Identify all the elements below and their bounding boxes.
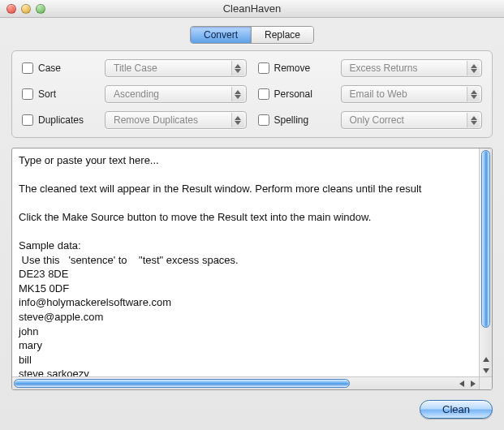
vertical-scrollbar[interactable]	[479, 148, 492, 376]
traffic-lights	[0, 4, 45, 14]
close-window-button[interactable]	[6, 4, 16, 14]
svg-marker-9	[235, 121, 241, 125]
tab-replace[interactable]: Replace	[252, 27, 313, 43]
personal-popup[interactable]: Email to Web	[341, 85, 483, 103]
window-body: Convert Replace Case Title Case Remove E…	[0, 18, 504, 430]
scroll-down-icon[interactable]	[480, 365, 492, 376]
popup-arrows-icon	[467, 113, 480, 127]
sort-popup[interactable]: Ascending	[105, 85, 247, 103]
remove-checkbox[interactable]	[258, 62, 269, 74]
titlebar: CleanHaven	[0, 0, 504, 18]
scroll-corner	[479, 376, 492, 389]
mode-segmented: Convert Replace	[190, 26, 314, 44]
svg-marker-13	[483, 368, 489, 373]
duplicates-check-wrap: Duplicates	[22, 114, 93, 126]
footer: Clean	[11, 390, 493, 419]
case-popup[interactable]: Title Case	[105, 59, 247, 77]
source-text-frame: Type or paste your text here... The clea…	[11, 148, 493, 390]
horizontal-scroll-thumb[interactable]	[14, 379, 350, 388]
personal-checkbox[interactable]	[258, 88, 269, 100]
duplicates-popup[interactable]: Remove Duplicates	[105, 111, 247, 129]
remove-label: Remove	[274, 62, 311, 74]
personal-label: Personal	[274, 88, 312, 100]
svg-marker-3	[471, 69, 477, 73]
svg-marker-11	[471, 121, 477, 125]
popup-arrows-icon	[231, 87, 244, 101]
case-checkbox[interactable]	[22, 62, 33, 74]
svg-marker-10	[471, 116, 477, 120]
minimize-window-button[interactable]	[21, 4, 31, 14]
sort-popup-value: Ascending	[114, 88, 159, 100]
case-popup-value: Title Case	[114, 62, 157, 74]
sort-label: Sort	[38, 88, 56, 100]
svg-marker-12	[483, 357, 489, 362]
case-check-wrap: Case	[22, 62, 93, 74]
spelling-label: Spelling	[274, 114, 309, 126]
scroll-right-icon[interactable]	[467, 377, 479, 389]
source-text-area[interactable]: Type or paste your text here... The clea…	[12, 148, 479, 376]
spelling-checkbox[interactable]	[258, 114, 269, 126]
tab-convert[interactable]: Convert	[191, 27, 252, 43]
svg-marker-15	[471, 381, 476, 387]
personal-check-wrap: Personal	[258, 88, 330, 100]
duplicates-checkbox[interactable]	[22, 114, 33, 126]
scroll-left-icon[interactable]	[456, 377, 467, 389]
duplicates-popup-value: Remove Duplicates	[114, 114, 198, 126]
horizontal-scrollbar[interactable]	[12, 376, 479, 389]
spelling-popup[interactable]: Only Correct	[341, 111, 483, 129]
duplicates-label: Duplicates	[38, 114, 84, 126]
svg-marker-7	[471, 95, 477, 99]
window-title: CleanHaven	[0, 2, 504, 15]
svg-marker-14	[459, 381, 464, 387]
clean-button[interactable]: Clean	[420, 400, 493, 419]
sort-checkbox[interactable]	[22, 88, 33, 100]
vertical-scroll-thumb[interactable]	[481, 150, 490, 328]
remove-check-wrap: Remove	[258, 62, 330, 74]
spelling-check-wrap: Spelling	[258, 114, 330, 126]
spelling-popup-value: Only Correct	[350, 114, 404, 126]
remove-popup[interactable]: Excess Returns	[341, 59, 483, 77]
remove-popup-value: Excess Returns	[350, 62, 418, 74]
svg-marker-8	[235, 116, 241, 120]
popup-arrows-icon	[467, 61, 480, 75]
sort-check-wrap: Sort	[22, 88, 93, 100]
svg-marker-2	[471, 64, 477, 68]
svg-marker-5	[235, 95, 241, 99]
svg-marker-6	[471, 90, 477, 94]
personal-popup-value: Email to Web	[350, 88, 407, 100]
popup-arrows-icon	[231, 61, 244, 75]
popup-arrows-icon	[467, 87, 480, 101]
mode-segmented-wrap: Convert Replace	[11, 26, 493, 44]
case-label: Case	[38, 62, 61, 74]
scroll-up-icon[interactable]	[480, 354, 492, 365]
zoom-window-button[interactable]	[36, 4, 45, 14]
options-panel: Case Title Case Remove Excess Returns So…	[11, 50, 493, 138]
svg-marker-4	[235, 90, 241, 94]
svg-marker-0	[235, 64, 241, 68]
svg-marker-1	[235, 69, 241, 73]
popup-arrows-icon	[231, 113, 244, 127]
